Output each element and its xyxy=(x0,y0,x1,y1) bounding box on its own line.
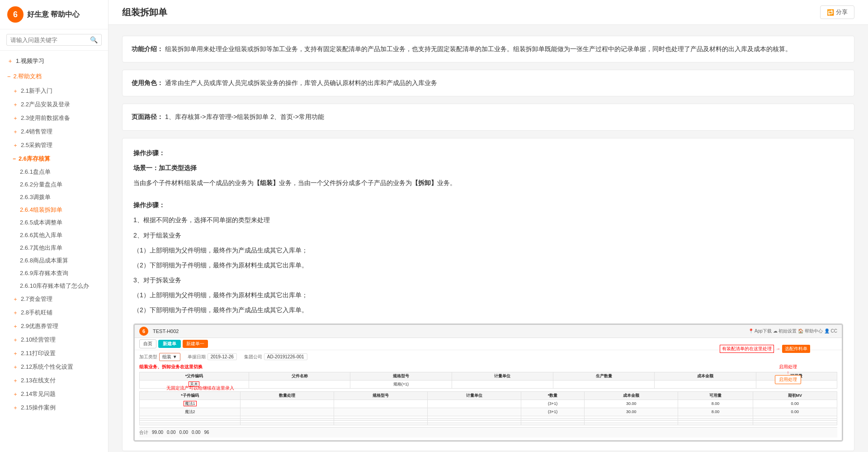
btn-assembly[interactable]: 选配件料单 xyxy=(782,345,810,353)
sidebar-item-error[interactable]: 2.6.10库存账本错了怎么办 xyxy=(13,280,108,292)
path-block: 页面路径： 1、库存核算->库存管理->组装拆卸单 2、首页->常用功能 xyxy=(122,104,854,130)
intro-block: 功能介绍： 组装拆卸单用来处理企业组装或拆卸等加工业务，支持有固定装配清单的产品… xyxy=(122,36,854,62)
sidebar-item-finance[interactable]: ＋ 2.7资金管理 xyxy=(0,292,108,306)
sidebar-item-cost-adjust[interactable]: 2.6.5成本调整单 xyxy=(13,216,108,229)
footer-val-4: 96 xyxy=(204,430,209,435)
form-set-row: 集团公司 AD-20191226-001 xyxy=(244,353,307,360)
sub-plus-icon: ＋ xyxy=(13,142,18,149)
lower-row-5 xyxy=(140,423,837,425)
form-set-val: AD-20191226-001 xyxy=(264,353,307,360)
sidebar-item-sales[interactable]: ＋ 2.4销售管理 xyxy=(0,125,108,138)
annotation1-text: 有装配清单的在这里处理 xyxy=(720,345,774,353)
upper-th-1: 父件名称 xyxy=(249,372,350,380)
sidebar-item-assembly[interactable]: 2.6.4组装拆卸单 xyxy=(13,204,108,216)
sidebar-sub-label: 2.1新手入门 xyxy=(21,87,52,95)
sidebar-item-adjust[interactable]: 2.6.3调拨单 xyxy=(13,191,108,204)
sidebar-sub-label: 2.11打印设置 xyxy=(21,349,56,357)
sidebar-item-docs[interactable]: − 2.帮助文档 xyxy=(0,69,108,84)
step-3-2: （2）下部明细为子件明细，最终作为产成品生成其它入库单。 xyxy=(133,305,843,316)
annotation2-text: 组装业务、拆卸业务在这里切换 xyxy=(139,364,203,370)
lower-row-0: 魔法1 (3+1) 30.00 8.00 0.00 xyxy=(140,400,837,408)
lower-th-3: 计量单位 xyxy=(427,391,521,400)
sub-plus-icon: ＋ xyxy=(13,390,18,398)
upper-th-2: 规格型号 xyxy=(350,372,452,380)
btn-process[interactable]: 启用处理 xyxy=(775,375,801,384)
app-logo: 6 xyxy=(139,327,148,336)
lower-th-4: *数量 xyxy=(521,391,584,400)
lower-cell-1-2 xyxy=(334,408,428,416)
lower-th-0: *子件编码 xyxy=(140,391,241,400)
scene1-title: 场景一：加工类型选择 xyxy=(133,162,843,174)
sidebar-item-new[interactable]: ＋ 2.1新手入门 xyxy=(0,84,108,98)
sidebar-item-ops[interactable]: ＋ 2.10经营管理 xyxy=(0,333,108,347)
share-icon: 🔁 xyxy=(827,9,834,16)
sidebar-item-purchase[interactable]: ＋ 2.5采购管理 xyxy=(0,138,108,152)
lower-th-1: 数量处理 xyxy=(241,391,334,400)
upper-row-0: 关木 规格(+1) xyxy=(140,380,837,388)
steps-block: 操作步骤： 场景一：加工类型选择 当由多个子件材料组装成一个成品的业务为【组装】… xyxy=(122,138,854,451)
sidebar-item-stock-count[interactable]: 2.6.1盘点单 xyxy=(13,166,108,178)
lower-cell-1-4: (3+1) xyxy=(521,408,584,416)
sidebar-item-cases[interactable]: ＋ 2.15操作案例 xyxy=(0,401,108,414)
lower-row-1: 魔法2 (3+1) 30.00 8.00 0.00 xyxy=(140,408,837,416)
sidebar-item-print[interactable]: ＋ 2.11打印设置 xyxy=(0,347,108,360)
sidebar-item-data[interactable]: ＋ 2.3使用前数据准备 xyxy=(0,111,108,125)
lower-th-2: 规格型号 xyxy=(334,391,428,400)
annotation3-arrow: ↑ xyxy=(787,370,789,375)
sidebar-sub-label: 2.14常见问题 xyxy=(21,390,56,398)
sidebar: 6 好生意 帮助中心 🔍 ＋ 1.视频学习 − 2.帮助文档 ＋ 2.1新手入门 xyxy=(0,0,108,452)
sidebar-item-install[interactable]: ＋ 2.2产品安装及登录 xyxy=(0,98,108,111)
sidebar-item-video-label: 1.视频学习 xyxy=(16,57,44,65)
search-icon[interactable]: 🔍 xyxy=(90,36,98,43)
sidebar-item-custom[interactable]: ＋ 2.12系统个性化设置 xyxy=(0,360,108,374)
intro-body: 组装拆卸单用来处理企业组装或拆卸等加工业务，支持有固定装配清单的产品加工业务，也… xyxy=(165,45,792,52)
screenshot-container: 6 TEST-H002 📍 App下载 ☁ 初始设置 🏠 帮助中心 👤 CC 自… xyxy=(133,324,843,442)
app-form: 加工类型 组装 ▼ 单据日期 2019-12-26 集团公司 AD-201912… xyxy=(135,350,842,440)
sub-plus-icon: ＋ xyxy=(13,336,18,344)
role-body: 通常由生产人员或库管人员完成拆装业务的操作，库管人员确认原材料的出库和产成品的入… xyxy=(165,79,437,86)
app-tab-home[interactable]: 自页 xyxy=(139,339,156,348)
sidebar-sub-label: 2.6库存核算 xyxy=(19,155,50,163)
annotation2-row: 组装业务、拆卸业务在这里切换 启用处理 ↑ 启用处理 xyxy=(139,364,837,370)
sidebar-item-coupon[interactable]: ＋ 2.9优惠券管理 xyxy=(0,319,108,333)
sub-plus-icon: ＋ xyxy=(13,350,18,357)
sidebar-item-ledger[interactable]: 2.6.9库存账本查询 xyxy=(13,267,108,280)
sidebar-item-other-in[interactable]: 2.6.6其他入库单 xyxy=(13,229,108,242)
step-3: 3、对于拆装业务 xyxy=(133,275,843,286)
share-button[interactable]: 🔁 分享 xyxy=(820,5,854,19)
upper-cell-0-3 xyxy=(452,380,553,388)
annotation3-text: 启用处理 xyxy=(779,364,797,370)
upper-table: *父件编码 父件名称 规格型号 计量单位 生产数量 成本金额 可用量 xyxy=(139,372,837,389)
lower-table-head: *子件编码 数量处理 规格型号 计量单位 *数量 成本金额 可用量 期初MV xyxy=(140,391,837,400)
sub-plus-icon: ＋ xyxy=(13,323,18,330)
lower-cell-0-3 xyxy=(427,400,521,408)
upper-cell-0-2: 规格(+1) xyxy=(350,380,452,388)
sidebar-item-inventory[interactable]: − 2.6库存核算 xyxy=(0,152,108,166)
sidebar-item-cost-calc[interactable]: 2.6.8商品成本重算 xyxy=(13,254,108,267)
form-date-label: 单据日期 xyxy=(188,354,206,360)
footer-val-1: 0.00 xyxy=(167,430,175,435)
sidebar-item-faq[interactable]: ＋ 2.14常见问题 xyxy=(0,387,108,401)
lower-th-7: 期初MV xyxy=(753,391,837,400)
role-block: 使用角色： 通常由生产人员或库管人员完成拆装业务的操作，库管人员确认原材料的出库… xyxy=(122,70,854,96)
lower-cell-0-7: 0.00 xyxy=(753,400,837,408)
form-type-val: 组装 ▼ xyxy=(159,353,180,361)
lower-th-5: 成本金额 xyxy=(585,391,678,400)
annotation4-text: 无固定流产可以给继续在这里录入 xyxy=(166,385,234,391)
lower-cell-0-6: 8.00 xyxy=(678,400,753,408)
footer-label: 合计 xyxy=(139,429,148,436)
app-btn-prev[interactable]: 新建单一 xyxy=(183,340,208,348)
app-tab-new[interactable]: 新建单 xyxy=(158,340,181,348)
lower-th-6: 可用量 xyxy=(678,391,753,400)
upper-cell-0-4 xyxy=(553,380,654,388)
upper-th-3: 计量单位 xyxy=(452,372,553,380)
sidebar-item-online-pay[interactable]: ＋ 2.13在线支付 xyxy=(0,374,108,387)
sidebar-item-mobile[interactable]: ＋ 2.8手机旺铺 xyxy=(0,306,108,319)
sidebar-item-stock-split[interactable]: 2.6.2分量盘点单 xyxy=(13,178,108,191)
sidebar-item-video[interactable]: ＋ 1.视频学习 xyxy=(0,53,108,69)
search-input[interactable] xyxy=(10,37,90,43)
lower-cell-0-4: (3+1) xyxy=(521,400,584,408)
role-label: 使用角色： xyxy=(132,79,163,86)
sidebar-sub-label: 2.15操作案例 xyxy=(21,404,56,412)
sidebar-item-other-out[interactable]: 2.6.7其他出库单 xyxy=(13,242,108,254)
